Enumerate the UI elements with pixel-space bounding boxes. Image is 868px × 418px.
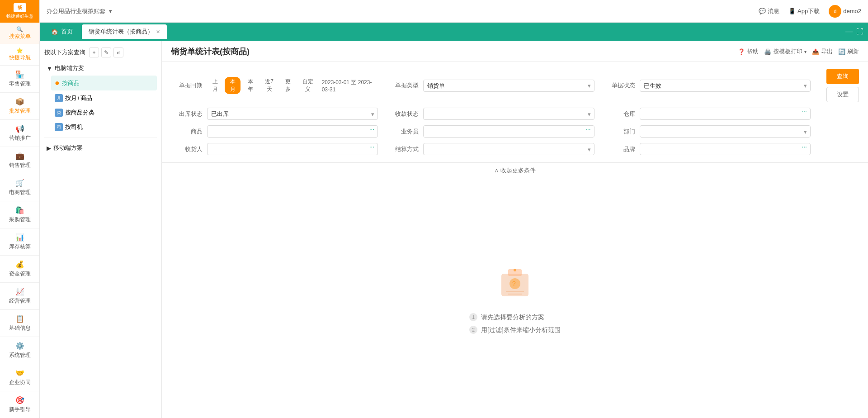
page-content: 按以下方案查询 + ✎ « ▼ 电脑端方案 ● 按商品 <box>40 41 868 418</box>
brand-input[interactable] <box>640 143 811 155</box>
brand-dots[interactable]: ··· <box>802 143 807 150</box>
empty-illustration: ? <box>492 260 538 305</box>
sidebar-item-inventory[interactable]: 📊 库存核算 <box>0 228 39 256</box>
outstatus-select[interactable]: 已出库 <box>207 108 378 120</box>
product-input[interactable] <box>207 125 378 138</box>
sidebar-item-retail[interactable]: 🏪 零售管理 <box>0 66 39 93</box>
sidebar-item-enterprise[interactable]: 🤝 企业协同 <box>0 364 39 391</box>
collapse-more-btn[interactable]: ∧ 收起更多条件 <box>162 162 868 178</box>
date-btn-custom[interactable]: 自定义 <box>298 77 318 94</box>
warehouse-input[interactable] <box>640 108 811 120</box>
sidebar-item-wholesale[interactable]: 📦 批发管理 <box>0 93 39 120</box>
docstatus-select[interactable]: 已生效 <box>640 80 811 92</box>
message-btn[interactable]: 💬 消息 <box>759 7 779 15</box>
sidebar-item-search[interactable]: 🔍 搜索菜单 <box>0 23 39 44</box>
active-dot-icon: ● <box>55 78 60 88</box>
empty-state: ? 1 请先选择要分析的方案 2 用[过滤]条件来缩小分析范围 <box>162 178 868 418</box>
topbar: 办公用品行业模拟账套 ▾ 💬 消息 📱 App下载 d demo2 <box>40 0 868 23</box>
date-btn-last-7days[interactable]: 近7天 <box>260 77 278 94</box>
tab-close-icon[interactable]: ✕ <box>156 29 160 35</box>
product-dots[interactable]: ··· <box>369 125 375 133</box>
tip-num-2: 2 <box>469 326 477 334</box>
left-panel: 按以下方案查询 + ✎ « ▼ 电脑端方案 ● 按商品 <box>40 41 162 418</box>
phone-icon: 📱 <box>788 8 796 14</box>
sidebar-item-quick-nav[interactable]: ⭐ 快捷导航 <box>0 44 39 66</box>
brand-input-wrapper: ··· <box>640 143 811 155</box>
filter-outstatus-col: 出库状态 已出库 <box>171 108 387 120</box>
consignee-input[interactable] <box>207 143 378 155</box>
sidebar-item-basic[interactable]: 📋 基础信息 <box>0 310 39 337</box>
sidebar-item-marketing[interactable]: 📢 营销推广 <box>0 120 39 147</box>
filter-settle-col: 结算方式 <box>387 143 603 155</box>
sidebar-item-ecommerce[interactable]: 🛒 电商管理 <box>0 174 39 201</box>
date-btn-more[interactable]: 更多 <box>280 77 296 94</box>
filter-paymentstatus-col: 收款状态 <box>387 108 603 120</box>
sidebar-item-finance[interactable]: 💰 资金管理 <box>0 256 39 283</box>
settle-label: 结算方式 <box>387 145 423 153</box>
section-divider <box>44 138 157 138</box>
ecommerce-icon: 🛒 <box>15 179 24 187</box>
date-btn-current-year[interactable]: 本年 <box>242 77 258 94</box>
svg-point-5 <box>514 269 516 271</box>
doctype-select[interactable]: 销货单 <box>423 80 594 92</box>
empty-tip-2: 2 用[过滤]条件来缩小分析范围 <box>469 323 561 336</box>
inventory-icon: 📊 <box>15 233 24 242</box>
paymentstatus-select-wrapper <box>423 108 594 120</box>
sidebar-item-purchase[interactable]: 🛍️ 采购管理 <box>0 201 39 228</box>
add-scheme-btn[interactable]: + <box>89 48 99 57</box>
tab-maximize-icon[interactable]: ⛶ <box>856 28 863 36</box>
logo-text: 畅捷通好生意 <box>6 13 33 19</box>
operation-icon: 📈 <box>15 287 24 296</box>
page-title: 销货单统计表(按商品) <box>171 46 250 57</box>
warehouse-dots[interactable]: ··· <box>802 108 807 115</box>
breadcrumb-arrow-icon[interactable]: ▾ <box>109 8 112 14</box>
refresh-btn[interactable]: 🔄 刷新 <box>838 48 859 56</box>
sidebar-item-sales[interactable]: 💼 销售管理 <box>0 147 39 174</box>
right-content: 销货单统计表(按商品) ❓ 帮助 🖨️ 按模板打印 ▾ 📤 导出 <box>162 41 868 418</box>
app-download-btn[interactable]: 📱 App下载 <box>788 7 820 15</box>
wholesale-icon: 📦 <box>15 97 24 106</box>
desktop-section-header[interactable]: ▼ 电脑端方案 <box>44 62 157 75</box>
page-header: 销货单统计表(按商品) ❓ 帮助 🖨️ 按模板打印 ▾ 📤 导出 <box>162 41 868 62</box>
filter-dept-col: 部门 <box>604 125 820 138</box>
docstatus-select-wrapper: 已生效 <box>640 80 811 92</box>
main-area: 办公用品行业模拟账套 ▾ 💬 消息 📱 App下载 d demo2 🏠 首页 销… <box>40 0 868 418</box>
tab-minimize-icon[interactable]: — <box>845 28 853 36</box>
help-btn[interactable]: ❓ 帮助 <box>738 48 759 56</box>
edit-scheme-btn[interactable]: ✎ <box>101 48 111 57</box>
refresh-icon: 🔄 <box>838 48 845 55</box>
template-print-btn[interactable]: 🖨️ 按模板打印 ▾ <box>764 48 807 56</box>
tab-home[interactable]: 🏠 首页 <box>44 24 80 39</box>
date-btn-current-month[interactable]: 本月 <box>225 77 241 94</box>
sidebar-item-newbie[interactable]: 🎯 新手引导 <box>0 391 39 418</box>
logo-icon: 畅 <box>14 3 26 12</box>
date-btn-last-month[interactable]: 上月 <box>207 77 223 94</box>
sidebar-item-system[interactable]: ⚙️ 系统管理 <box>0 337 39 364</box>
query-btn[interactable]: 查询 <box>826 69 859 84</box>
dept-select[interactable] <box>640 125 811 138</box>
mobile-section-header[interactable]: ▶ 移动端方案 <box>44 142 157 154</box>
staff-dots[interactable]: ··· <box>585 125 591 133</box>
filter-row-2: 出库状态 已出库 收款状态 <box>171 108 859 120</box>
finance-icon: 💰 <box>15 260 24 269</box>
consignee-dots[interactable]: ··· <box>369 143 375 150</box>
sales-icon: 💼 <box>15 152 24 160</box>
paymentstatus-select[interactable] <box>423 108 594 120</box>
search-icon: 🔍 <box>2 26 37 33</box>
user-menu[interactable]: d demo2 <box>829 5 861 18</box>
scheme-by-category[interactable]: 类 按商品分类 <box>51 106 157 119</box>
settle-select[interactable] <box>423 143 594 155</box>
export-btn[interactable]: 📤 导出 <box>812 48 833 56</box>
date-label: 单据日期 <box>171 81 207 90</box>
filter-area: 单据日期 上月 本月 本年 近7天 更多 自定义 2023-03-01 至 20… <box>162 62 868 162</box>
scheme-by-product[interactable]: ● 按商品 <box>51 76 157 90</box>
scheme-by-cashier[interactable]: 司 按司机 <box>51 120 157 134</box>
collapse-panel-btn[interactable]: « <box>113 48 123 57</box>
settings-btn[interactable]: 设置 <box>826 87 859 102</box>
scheme-by-month-product[interactable]: 月 按月+商品 <box>51 91 157 105</box>
sidebar: 畅 畅捷通好生意 🔍 搜索菜单 ⭐ 快捷导航 🏪 零售管理 📦 批发管理 📢 营… <box>0 0 40 418</box>
filter-date-area: 上月 本月 本年 近7天 更多 自定义 2023-03-01 至 2023-03… <box>207 77 378 94</box>
tab-sales-stat[interactable]: 销货单统计表（按商品） ✕ <box>82 24 167 39</box>
staff-input[interactable] <box>423 125 594 138</box>
sidebar-item-operation[interactable]: 📈 经营管理 <box>0 283 39 310</box>
